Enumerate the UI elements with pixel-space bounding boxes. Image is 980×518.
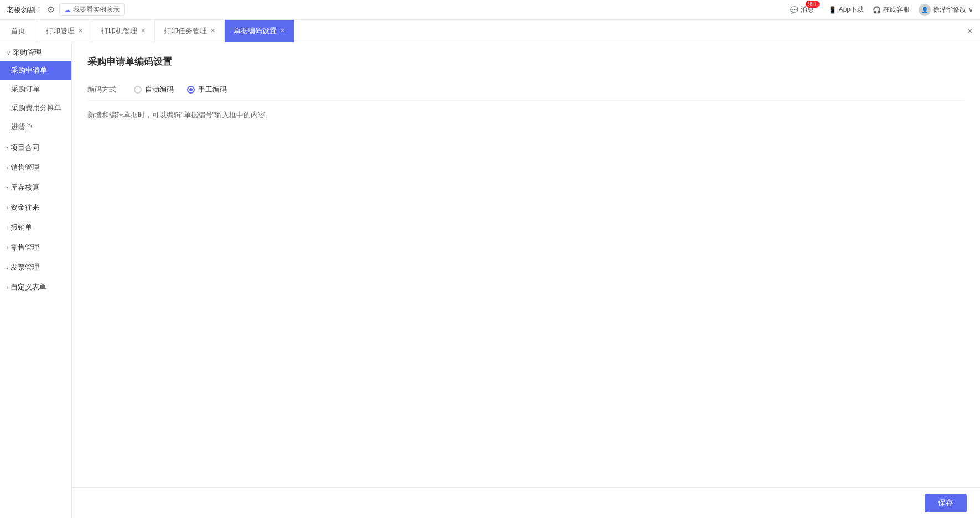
content-area: 采购申请单编码设置 编码方式 自动编码 手工编码 新增和编辑单据时，可以编辑"单… (72, 42, 980, 518)
sidebar-group-purchase-mgmt-header[interactable]: ∨ 采购管理 (0, 42, 71, 61)
sidebar-group-purchase-mgmt-label: 采购管理 (13, 48, 42, 58)
save-button[interactable]: 保存 (925, 494, 967, 512)
chevron-right-icon: › (7, 165, 8, 171)
sidebar-group-retail-mgmt: › 零售管理 (0, 237, 71, 256)
tab-barcode-setting[interactable]: 单据编码设置 ✕ (225, 20, 294, 42)
tab-bar-close-all-icon[interactable]: ✕ (967, 27, 973, 35)
radio-manual-encoding[interactable]: 手工编码 (187, 85, 227, 95)
content-inner: 采购申请单编码设置 编码方式 自动编码 手工编码 新增和编辑单据时，可以编辑"单… (72, 42, 980, 487)
radio-manual-circle (187, 86, 195, 94)
user-info[interactable]: 👤 徐泽华修改 ∨ (919, 4, 973, 16)
service-label: 在线客服 (883, 5, 910, 14)
sidebar-group-sales-mgmt-header[interactable]: › 销售管理 (0, 157, 71, 176)
tab-print-mgmt[interactable]: 打印管理 ✕ (37, 20, 92, 42)
sidebar-group-project-contract-header[interactable]: › 项目合同 (0, 137, 71, 156)
sidebar-group-project-contract-label: 项目合同 (11, 143, 39, 153)
sidebar-group-invoice-mgmt-header[interactable]: › 发票管理 (0, 257, 71, 276)
chevron-right-icon: › (7, 245, 8, 251)
sidebar-item-goods-receipt[interactable]: 进货单 (0, 117, 71, 136)
top-bar-left: 老板勿割！ ⚙ ☁ 我要看实例演示 (7, 3, 125, 16)
radio-auto-circle (134, 86, 142, 94)
sidebar-group-returns-header[interactable]: › 报销单 (0, 217, 71, 236)
footer-bar: 保存 (72, 487, 980, 518)
tab-printer-mgmt[interactable]: 打印机管理 ✕ (92, 20, 155, 42)
sidebar-group-invoice-mgmt-label: 发票管理 (11, 262, 39, 272)
sidebar-item-purchase-expense[interactable]: 采购费用分摊单 (0, 99, 71, 117)
tab-barcode-setting-label: 单据编码设置 (234, 26, 277, 36)
tab-barcode-setting-close-icon[interactable]: ✕ (280, 27, 285, 34)
tab-print-task-mgmt[interactable]: 打印任务管理 ✕ (155, 20, 225, 42)
sidebar-group-retail-mgmt-header[interactable]: › 零售管理 (0, 237, 71, 256)
tab-printer-mgmt-close-icon[interactable]: ✕ (141, 27, 146, 34)
sidebar-group-sales-mgmt: › 销售管理 (0, 157, 71, 176)
chevron-right-icon: › (7, 185, 8, 191)
message-icon: 💬 (790, 6, 798, 14)
radio-auto-label: 自动编码 (145, 85, 174, 95)
top-bar-right: 💬 消息 99+ 📱 App下载 🎧 在线客服 👤 徐泽华修改 ∨ (790, 4, 973, 16)
sidebar-group-capital: › 资金往来 (0, 197, 71, 216)
sidebar-item-purchase-requisition[interactable]: 采购申请单 (0, 61, 71, 80)
sidebar-group-inventory-label: 库存核算 (11, 183, 39, 193)
appdown-icon: 📱 (828, 6, 837, 14)
service-icon: 🎧 (873, 6, 881, 14)
tab-home[interactable]: 首页 (0, 20, 37, 42)
appdown-label: App下载 (839, 5, 864, 14)
sidebar-group-sales-mgmt-label: 销售管理 (11, 163, 39, 173)
avatar: 👤 (919, 4, 931, 16)
sidebar-group-project-contract: › 项目合同 (0, 137, 71, 156)
encoding-label: 编码方式 (87, 85, 116, 95)
tab-print-task-mgmt-close-icon[interactable]: ✕ (210, 27, 215, 34)
sidebar-group-retail-mgmt-label: 零售管理 (11, 242, 39, 252)
description-text: 新增和编辑单据时，可以编辑"单据编号"输入框中的内容。 (87, 110, 965, 121)
sidebar-group-returns-label: 报销单 (11, 222, 32, 232)
radio-manual-label: 手工编码 (198, 85, 227, 95)
chevron-right-icon: › (7, 145, 8, 151)
sidebar: ∨ 采购管理 采购申请单 采购订单 采购费用分摊单 进货单 › 项目合同 (0, 42, 72, 518)
top-bar: 老板勿割！ ⚙ ☁ 我要看实例演示 💬 消息 99+ 📱 App下载 🎧 在线客… (0, 0, 980, 20)
app-logo: 老板勿割！ (7, 5, 43, 15)
chevron-right-icon: › (7, 284, 8, 291)
page-title: 采购申请单编码设置 (87, 55, 965, 68)
sidebar-group-capital-label: 资金往来 (11, 203, 39, 213)
message-action[interactable]: 💬 消息 99+ (790, 5, 814, 14)
sidebar-group-inventory-header[interactable]: › 库存核算 (0, 177, 71, 196)
demo-button[interactable]: ☁ 我要看实例演示 (59, 3, 125, 16)
chevron-down-icon: ∨ (7, 50, 11, 56)
sidebar-group-invoice-mgmt: › 发票管理 (0, 257, 71, 276)
main-layout: ∨ 采购管理 采购申请单 采购订单 采购费用分摊单 进货单 › 项目合同 (0, 42, 980, 518)
tab-home-label: 首页 (11, 26, 25, 36)
tab-print-task-mgmt-label: 打印任务管理 (164, 26, 207, 36)
sidebar-item-purchase-order[interactable]: 采购订单 (0, 80, 71, 99)
sidebar-group-returns: › 报销单 (0, 217, 71, 236)
appdown-action[interactable]: 📱 App下载 (828, 5, 864, 14)
cloud-icon: ☁ (64, 6, 71, 14)
sidebar-group-purchase-mgmt: ∨ 采购管理 采购申请单 采购订单 采购费用分摊单 进货单 (0, 42, 71, 136)
sidebar-group-capital-header[interactable]: › 资金往来 (0, 197, 71, 216)
chevron-right-icon: › (7, 265, 8, 271)
chevron-right-icon: › (7, 225, 8, 231)
sidebar-group-inventory: › 库存核算 (0, 177, 71, 196)
chevron-right-icon: › (7, 205, 8, 211)
sidebar-group-custom-forms-label: 自定义表单 (11, 282, 46, 292)
user-chevron-icon: ∨ (968, 6, 973, 14)
service-action[interactable]: 🎧 在线客服 (873, 5, 910, 14)
tab-printer-mgmt-label: 打印机管理 (101, 26, 137, 36)
tab-print-mgmt-close-icon[interactable]: ✕ (78, 27, 83, 34)
demo-label: 我要看实例演示 (73, 5, 120, 14)
encoding-row: 编码方式 自动编码 手工编码 (87, 79, 965, 101)
user-name: 徐泽华修改 (933, 5, 966, 14)
settings-icon[interactable]: ⚙ (47, 4, 55, 15)
tab-bar: 首页 打印管理 ✕ 打印机管理 ✕ 打印任务管理 ✕ 单据编码设置 ✕ ✕ (0, 20, 980, 42)
sidebar-group-custom-forms: › 自定义表单 (0, 277, 71, 296)
message-badge: 99+ (806, 1, 820, 8)
sidebar-group-custom-forms-header[interactable]: › 自定义表单 (0, 277, 71, 296)
tab-print-mgmt-label: 打印管理 (46, 26, 75, 36)
radio-auto-encoding[interactable]: 自动编码 (134, 85, 174, 95)
